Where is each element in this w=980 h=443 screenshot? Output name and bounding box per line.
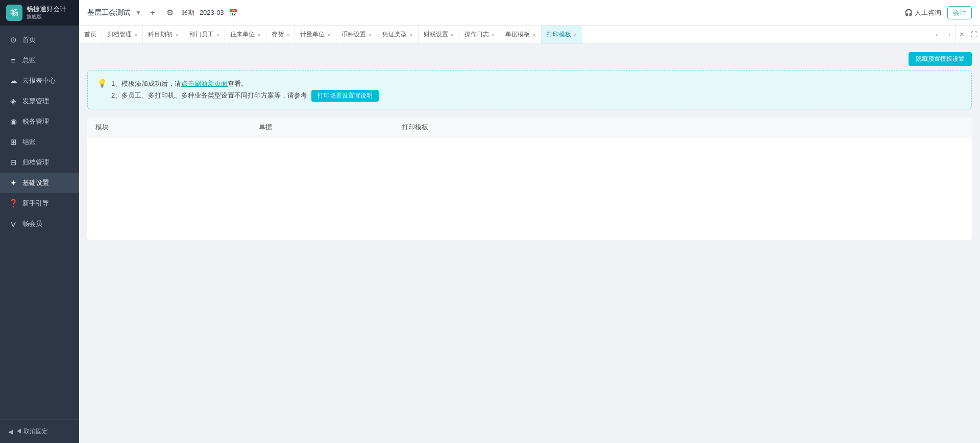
archive-nav-label: 归档管理 bbox=[22, 158, 49, 167]
tab-close-icon[interactable]: × bbox=[175, 32, 178, 38]
main-area: 基层工会测试 ▼ + ⚙ 账期 2023-03 📅 🎧 人工咨询 会计 首页归档… bbox=[79, 0, 980, 443]
unpin-label: ◀ 取消固定 bbox=[16, 427, 48, 436]
tab-label: 计量单位 bbox=[300, 30, 325, 39]
settings-gear-button[interactable]: ⚙ bbox=[164, 7, 176, 19]
home-nav-icon: ⊙ bbox=[8, 35, 18, 44]
top-header: 基层工会测试 ▼ + ⚙ 账期 2023-03 📅 🎧 人工咨询 会计 bbox=[79, 0, 980, 26]
tab-next-button[interactable]: › bbox=[943, 26, 955, 44]
reports-nav-icon: ☁ bbox=[8, 76, 18, 85]
tab-close-all-button[interactable]: ✕ bbox=[955, 26, 968, 44]
reports-nav-label: 云报表中心 bbox=[22, 76, 56, 85]
sidebar-item-tax[interactable]: ◉税务管理 bbox=[0, 111, 79, 132]
tab-label: 存货 bbox=[272, 30, 284, 39]
home-nav-label: 首页 bbox=[22, 35, 36, 44]
tab-close-icon[interactable]: × bbox=[409, 32, 412, 38]
col-order-header: 单据 bbox=[259, 123, 402, 132]
tab-凭证类型[interactable]: 凭证类型× bbox=[377, 26, 418, 44]
tab-close-icon[interactable]: × bbox=[451, 32, 454, 38]
tab-prev-button[interactable]: ‹ bbox=[931, 26, 943, 44]
company-name: 基层工会测试 bbox=[87, 8, 130, 17]
tab-close-icon[interactable]: × bbox=[327, 32, 330, 38]
tab-label: 打印模板 bbox=[547, 30, 571, 39]
settings-nav-label: 基础设置 bbox=[22, 178, 49, 188]
print-scene-btn[interactable]: 打印场景设置宜说明 bbox=[311, 90, 379, 102]
sidebar-item-archive[interactable]: ⊟归档管理 bbox=[0, 152, 79, 173]
tab-close-icon[interactable]: × bbox=[532, 32, 535, 38]
period-label: 账期 bbox=[181, 8, 194, 17]
sidebar-item-close[interactable]: ⊞结账 bbox=[0, 132, 79, 152]
tab-往来单位[interactable]: 往来单位× bbox=[225, 26, 266, 44]
settings-nav-icon: ✦ bbox=[8, 178, 18, 188]
header-right: 🎧 人工咨询 会计 bbox=[904, 6, 972, 19]
header-left: 基层工会测试 ▼ + ⚙ 账期 2023-03 📅 bbox=[87, 7, 238, 19]
sidebar-item-home[interactable]: ⊙首页 bbox=[0, 30, 79, 50]
tab-label: 财税设置 bbox=[424, 30, 448, 39]
tab-单据模板[interactable]: 单据模板× bbox=[500, 26, 541, 44]
tab-部门员工[interactable]: 部门员工× bbox=[184, 26, 225, 44]
ledger-nav-icon: ≡ bbox=[8, 56, 18, 65]
tab-expand-button[interactable]: ⛶ bbox=[968, 26, 980, 44]
tab-label: 凭证类型 bbox=[382, 30, 407, 39]
customer-service-label: 人工咨询 bbox=[915, 8, 941, 17]
hide-preview-btn[interactable]: 隐藏预置模板设置 bbox=[909, 52, 972, 66]
tab-币种设置[interactable]: 币种设置× bbox=[336, 26, 377, 44]
invoice-nav-icon: ◈ bbox=[8, 97, 18, 106]
tab-首页[interactable]: 首页 bbox=[79, 26, 102, 44]
tab-label: 币种设置 bbox=[341, 30, 366, 39]
guide-nav-label: 新手引导 bbox=[22, 199, 49, 208]
notice-line1: 1、模板添加成功后，请点击刷新新页面查看。 bbox=[111, 78, 379, 89]
sidebar-footer-unpin[interactable]: ◀ ◀ 取消固定 bbox=[0, 419, 79, 443]
tab-操作日志[interactable]: 操作日志× bbox=[459, 26, 500, 44]
table-header: 模块 单据 打印模板 bbox=[87, 118, 972, 137]
tabs-bar: 首页归档管理×科目期初×部门员工×往来单位×存货×计量单位×币种设置×凭证类型×… bbox=[79, 26, 980, 44]
tab-close-icon[interactable]: × bbox=[369, 32, 372, 38]
table-body bbox=[87, 137, 972, 240]
archive-nav-icon: ⊟ bbox=[8, 158, 18, 167]
tab-label: 单据模板 bbox=[505, 30, 530, 39]
tab-label: 操作日志 bbox=[464, 30, 489, 39]
tab-close-icon[interactable]: × bbox=[257, 32, 260, 38]
tab-close-icon[interactable]: × bbox=[574, 32, 577, 38]
calendar-icon[interactable]: 📅 bbox=[229, 9, 238, 17]
tab-close-icon[interactable]: × bbox=[492, 32, 495, 38]
col-template-header: 打印模板 bbox=[402, 123, 964, 132]
close-nav-icon: ⊞ bbox=[8, 137, 18, 147]
notice-box: 💡 1、模板添加成功后，请点击刷新新页面查看。 2、多员工、多打印机、多种业务类… bbox=[87, 70, 972, 109]
tab-存货[interactable]: 存货× bbox=[266, 26, 295, 44]
member-nav-icon: V bbox=[8, 220, 18, 228]
top-action-row: 隐藏预置模板设置 bbox=[87, 52, 972, 66]
sidebar-item-ledger[interactable]: ≡总账 bbox=[0, 50, 79, 71]
notice-content: 1、模板添加成功后，请点击刷新新页面查看。 2、多员工、多打印机、多种业务类型设… bbox=[111, 78, 379, 102]
user-role-button[interactable]: 会计 bbox=[947, 6, 972, 19]
tab-label: 归档管理 bbox=[107, 30, 132, 39]
sidebar-item-settings[interactable]: ✦基础设置 bbox=[0, 173, 79, 193]
sidebar-item-guide[interactable]: ❓新手引导 bbox=[0, 193, 79, 214]
content-area: 隐藏预置模板设置 💡 1、模板添加成功后，请点击刷新新页面查看。 2、多员工、多… bbox=[79, 44, 980, 443]
sidebar-nav: ⊙首页≡总账☁云报表中心◈发票管理◉税务管理⊞结账⊟归档管理✦基础设置❓新手引导… bbox=[0, 26, 79, 419]
tab-label: 部门员工 bbox=[189, 30, 214, 39]
add-tab-button[interactable]: + bbox=[146, 7, 159, 19]
notice-lightbulb-icon: 💡 bbox=[97, 78, 107, 88]
sidebar-item-reports[interactable]: ☁云报表中心 bbox=[0, 71, 79, 91]
unpin-icon: ◀ bbox=[8, 428, 13, 435]
customer-service-button[interactable]: 🎧 人工咨询 bbox=[904, 8, 941, 17]
tab-打印模板[interactable]: 打印模板× bbox=[542, 26, 582, 44]
notice-line2-prefix: 2、多员工、多打印机、多种业务类型设置不同打印方案等，请参考 bbox=[111, 91, 307, 99]
sidebar-item-member[interactable]: V畅会员 bbox=[0, 214, 79, 234]
tab-close-icon[interactable]: × bbox=[286, 32, 289, 38]
tab-财税设置[interactable]: 财税设置× bbox=[419, 26, 459, 44]
tab-归档管理[interactable]: 归档管理× bbox=[102, 26, 143, 44]
sidebar: 畅 畅捷通好会计 旗舰版 ⊙首页≡总账☁云报表中心◈发票管理◉税务管理⊞结账⊟归… bbox=[0, 0, 79, 443]
guide-nav-icon: ❓ bbox=[8, 199, 18, 208]
tab-close-icon[interactable]: × bbox=[134, 32, 137, 38]
company-dropdown-icon[interactable]: ▼ bbox=[135, 9, 141, 16]
headset-icon: 🎧 bbox=[904, 9, 913, 16]
tax-nav-label: 税务管理 bbox=[22, 117, 49, 126]
tab-计量单位[interactable]: 计量单位× bbox=[295, 26, 336, 44]
tab-close-icon[interactable]: × bbox=[216, 32, 219, 38]
tab-科目期初[interactable]: 科目期初× bbox=[143, 26, 184, 44]
print-template-table: 模块 单据 打印模板 bbox=[87, 118, 972, 240]
notice-line1-prefix: 1、模板添加成功后，请 bbox=[111, 80, 181, 87]
sidebar-item-invoice[interactable]: ◈发票管理 bbox=[0, 91, 79, 111]
notice-refresh-link[interactable]: 点击刷新新页面 bbox=[181, 80, 228, 87]
